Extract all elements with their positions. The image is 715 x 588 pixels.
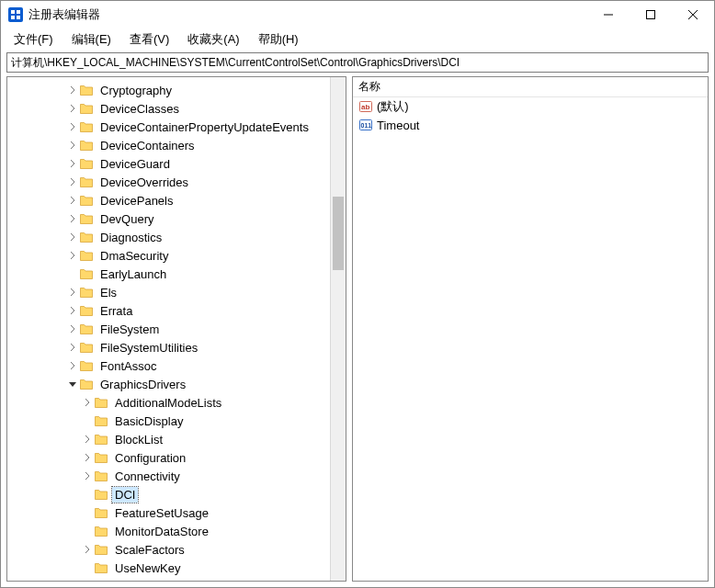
values-pane: 名称 ab(默认)011Timeout (352, 76, 709, 582)
chevron-right-icon[interactable] (66, 120, 79, 133)
menu-fav[interactable]: 收藏夹(A) (182, 29, 244, 50)
tree-node-devicepanels[interactable]: DevicePanels (7, 191, 330, 209)
chevron-right-icon[interactable] (66, 175, 79, 188)
chevron-right-icon[interactable] (66, 102, 79, 115)
chevron-right-icon[interactable] (66, 84, 79, 96)
svg-text:ab: ab (361, 103, 369, 111)
title-bar: 注册表编辑器 (1, 1, 714, 28)
value-row-默认[interactable]: ab(默认) (353, 97, 708, 116)
string-value-icon: ab (358, 99, 373, 114)
tree-node-label: EarlyLaunch (97, 266, 169, 282)
svg-rect-5 (647, 11, 655, 19)
tree-node-label: Els (97, 285, 119, 300)
tree-node-devquery[interactable]: DevQuery (7, 209, 330, 228)
value-row-timeout[interactable]: 011Timeout (353, 116, 708, 134)
chevron-right-icon[interactable] (66, 341, 79, 354)
chevron-right-icon[interactable] (66, 139, 79, 152)
tree-node-label: FeatureSetUsage (112, 505, 211, 521)
tree-node-label: DCI (112, 487, 138, 503)
tree-node-dci[interactable]: DCI (7, 485, 330, 503)
tree-node-fontassoc[interactable]: FontAssoc (7, 356, 330, 375)
tree-node-label: ScaleFactors (112, 542, 187, 558)
menu-view[interactable]: 查看(V) (124, 29, 175, 50)
tree-node-scalefactors[interactable]: ScaleFactors (7, 540, 330, 559)
tree-node-label: DevQuery (97, 211, 157, 227)
chevron-down-icon[interactable] (66, 378, 79, 390)
tree-node-basicdisplay[interactable]: BasicDisplay (7, 412, 330, 430)
tree-node-label: MonitorDataStore (112, 524, 211, 539)
chevron-right-icon[interactable] (81, 433, 94, 446)
tree-node-devicecontainerpropertyupdateevents[interactable]: DeviceContainerPropertyUpdateEvents (7, 118, 330, 136)
registry-editor-window: 注册表编辑器 文件(F) 编辑(E) 查看(V) 收藏夹(A) 帮助(H) 计算… (0, 0, 715, 588)
tree-node-label: DeviceContainerPropertyUpdateEvents (97, 119, 312, 135)
chevron-right-icon[interactable] (66, 286, 79, 299)
tree-node-deviceoverrides[interactable]: DeviceOverrides (7, 173, 330, 191)
tree-node-earlylaunch[interactable]: EarlyLaunch (7, 265, 330, 283)
minimize-button[interactable] (587, 1, 630, 28)
menu-file[interactable]: 文件(F) (8, 29, 59, 50)
tree-scrollbar[interactable] (330, 77, 346, 581)
tree-node-dmasecurity[interactable]: DmaSecurity (7, 246, 330, 265)
scrollbar-thumb[interactable] (333, 197, 344, 270)
tree-node-usenewkey[interactable]: UseNewKey (7, 559, 330, 577)
chevron-right-icon[interactable] (81, 451, 94, 464)
tree-node-label: Configuration (112, 450, 188, 466)
chevron-right-icon[interactable] (66, 212, 79, 225)
address-bar[interactable]: 计算机\HKEY_LOCAL_MACHINE\SYSTEM\CurrentCon… (6, 52, 709, 73)
tree-node-label: Connectivity (112, 469, 183, 484)
chevron-right-icon[interactable] (66, 322, 79, 335)
tree-node-connectivity[interactable]: Connectivity (7, 467, 330, 485)
tree-node-deviceclasses[interactable]: DeviceClasses (7, 99, 330, 118)
chevron-right-icon[interactable] (66, 359, 79, 372)
tree-node-graphicsdrivers[interactable]: GraphicsDrivers (7, 375, 330, 393)
key-tree[interactable]: CryptographyDeviceClassesDeviceContainer… (7, 77, 330, 581)
tree-node-label: FileSystem (97, 322, 162, 337)
close-button[interactable] (672, 1, 714, 28)
menu-edit[interactable]: 编辑(E) (66, 29, 117, 50)
tree-node-label: DeviceOverrides (97, 175, 191, 190)
chevron-right-icon[interactable] (66, 304, 79, 317)
svg-rect-2 (11, 16, 15, 19)
tree-node-additionalmodelists[interactable]: AdditionalModeLists (7, 393, 330, 412)
chevron-right-icon[interactable] (81, 396, 94, 409)
tree-node-label: AdditionalModeLists (112, 395, 224, 411)
tree-node-configuration[interactable]: Configuration (7, 448, 330, 467)
app-icon (8, 7, 23, 22)
menu-help[interactable]: 帮助(H) (253, 29, 304, 50)
tree-node-label: DevicePanels (97, 193, 176, 209)
tree-node-els[interactable]: Els (7, 283, 330, 301)
tree-node-blocklist[interactable]: BlockList (7, 430, 330, 448)
chevron-right-icon[interactable] (81, 543, 94, 556)
tree-node-errata[interactable]: Errata (7, 301, 330, 320)
address-text: 计算机\HKEY_LOCAL_MACHINE\SYSTEM\CurrentCon… (11, 55, 460, 71)
tree-node-filesystem[interactable]: FileSystem (7, 320, 330, 338)
tree-node-cryptography[interactable]: Cryptography (7, 81, 330, 99)
value-name: Timeout (377, 119, 419, 132)
tree-node-featuresetusage[interactable]: FeatureSetUsage (7, 503, 330, 522)
tree-node-label: DeviceContainers (97, 138, 198, 153)
chevron-right-icon[interactable] (66, 194, 79, 207)
tree-node-label: DeviceGuard (97, 156, 173, 172)
values-header[interactable]: 名称 (353, 77, 708, 97)
tree-node-label: UseNewKey (112, 560, 184, 576)
tree-node-label: BlockList (112, 432, 165, 447)
chevron-right-icon[interactable] (66, 249, 79, 262)
maximize-button[interactable] (630, 1, 672, 28)
tree-node-label: GraphicsDrivers (97, 377, 188, 392)
tree-node-monitordatastore[interactable]: MonitorDataStore (7, 522, 330, 540)
chevron-right-icon[interactable] (81, 469, 94, 482)
svg-rect-3 (17, 16, 20, 19)
tree-node-label: FontAssoc (97, 358, 159, 374)
tree-node-label: FileSystemUtilities (97, 340, 200, 356)
svg-text:011: 011 (361, 122, 372, 129)
tree-node-deviceguard[interactable]: DeviceGuard (7, 154, 330, 173)
tree-node-diagnostics[interactable]: Diagnostics (7, 228, 330, 246)
chevron-right-icon[interactable] (66, 231, 79, 243)
tree-node-label: Errata (97, 303, 135, 319)
svg-rect-0 (11, 10, 15, 14)
tree-node-filesystemutilities[interactable]: FileSystemUtilities (7, 338, 330, 356)
tree-node-label: DmaSecurity (97, 248, 171, 264)
col-name[interactable]: 名称 (353, 77, 386, 96)
tree-node-devicecontainers[interactable]: DeviceContainers (7, 136, 330, 154)
chevron-right-icon[interactable] (66, 157, 79, 170)
